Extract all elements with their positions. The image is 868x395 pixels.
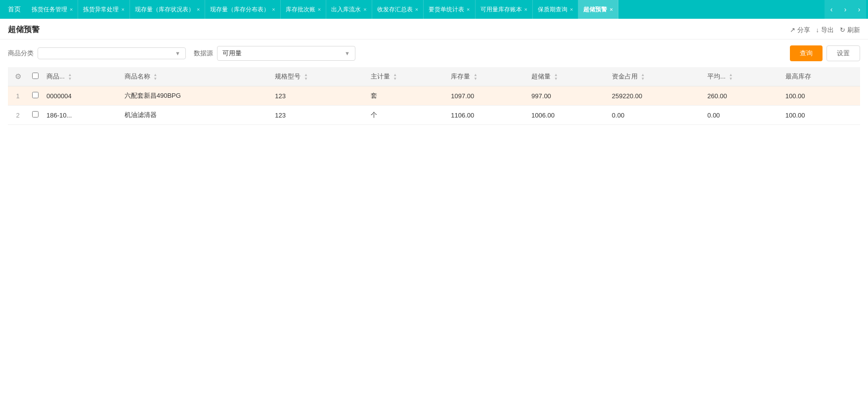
close-icon[interactable]: × bbox=[524, 6, 527, 12]
close-icon[interactable]: × bbox=[121, 6, 124, 12]
filter-datasource: 数据源 可用量 ▼ bbox=[194, 46, 355, 61]
chevron-down-icon: ▼ bbox=[175, 50, 180, 56]
table-row: 2 186-10... 机油滤清器 123 个 1106.00 1006.00 … bbox=[8, 106, 860, 125]
row-checkbox[interactable] bbox=[32, 92, 39, 98]
row-number: 1 bbox=[8, 86, 28, 106]
page-container: 超储预警 ↗ 分享 ↓ 导出 ↻ 刷新 商品分类 ▼ 数据源 bbox=[0, 19, 868, 395]
close-icon[interactable]: × bbox=[318, 6, 321, 12]
column-product-name: 商品名称 ▲▼ bbox=[121, 67, 271, 86]
capital: 259220.00 bbox=[608, 86, 703, 106]
header-actions: ↗ 分享 ↓ 导出 ↻ 刷新 bbox=[790, 26, 861, 35]
select-all-checkbox[interactable] bbox=[32, 73, 39, 79]
column-gear: ⚙ bbox=[8, 67, 28, 86]
column-overstock: 超储量 ▲▼ bbox=[527, 67, 608, 86]
filter-category: 商品分类 ▼ bbox=[8, 47, 186, 59]
close-icon[interactable]: × bbox=[70, 6, 73, 12]
unit: 套 bbox=[367, 86, 447, 106]
avg: 260.00 bbox=[703, 86, 781, 106]
nav-home[interactable]: 首页 bbox=[2, 0, 27, 19]
column-product-code: 商品... ▲▼ bbox=[43, 67, 121, 86]
product-name: 六配套新昌490BPG bbox=[121, 86, 271, 106]
filter-actions: 查询 设置 bbox=[790, 45, 860, 61]
export-button[interactable]: ↓ 导出 bbox=[816, 26, 834, 35]
close-icon[interactable]: × bbox=[363, 6, 366, 12]
product-name: 机油滤清器 bbox=[121, 106, 271, 125]
close-icon[interactable]: × bbox=[197, 6, 200, 12]
share-button[interactable]: ↗ 分享 bbox=[790, 26, 810, 35]
datasource-select[interactable]: 可用量 ▼ bbox=[217, 46, 355, 61]
nav-tab-keyongliang[interactable]: 可用量库存账本 × bbox=[476, 0, 533, 19]
export-icon: ↓ bbox=[816, 26, 820, 34]
share-icon: ↗ bbox=[790, 26, 795, 34]
sort-icons[interactable]: ▲▼ bbox=[641, 73, 645, 81]
column-capital: 资金占用 ▲▼ bbox=[608, 67, 703, 86]
nav-prev-button[interactable]: ‹ bbox=[825, 0, 838, 19]
nav-tab-jianghuo[interactable]: 拣货任务管理 × bbox=[27, 0, 78, 19]
close-icon[interactable]: × bbox=[467, 6, 470, 12]
gear-icon[interactable]: ⚙ bbox=[15, 72, 21, 80]
category-select[interactable]: ▼ bbox=[38, 47, 186, 59]
refresh-button[interactable]: ↻ 刷新 bbox=[840, 26, 860, 35]
sort-icons[interactable]: ▲▼ bbox=[393, 73, 397, 81]
sort-icons[interactable]: ▲▼ bbox=[729, 73, 733, 81]
column-max-stock: 最高库存 bbox=[781, 67, 860, 86]
nav-tab-baozhi[interactable]: 保质期查询 × bbox=[533, 0, 578, 19]
sort-icons[interactable]: ▲▼ bbox=[474, 73, 477, 81]
nav-tab-jianghuo-yichang[interactable]: 拣货异常处理 × bbox=[78, 0, 130, 19]
refresh-icon: ↻ bbox=[840, 26, 845, 34]
close-icon[interactable]: × bbox=[609, 6, 612, 12]
nav-more-button[interactable]: › bbox=[852, 0, 866, 19]
spec: 123 bbox=[271, 106, 366, 125]
datasource-label: 数据源 bbox=[194, 49, 213, 58]
nav-tab-yaohuo[interactable]: 要货单统计表 × bbox=[424, 0, 475, 19]
category-label: 商品分类 bbox=[8, 49, 34, 58]
top-navigation: 首页 拣货任务管理 × 拣货异常处理 × 现存量（库存状况表） × 现存量（库存… bbox=[0, 0, 868, 19]
close-icon[interactable]: × bbox=[415, 6, 418, 12]
stock: 1097.00 bbox=[447, 86, 527, 106]
nav-tab-xiancunliang2[interactable]: 现存量（库存分布表） × bbox=[205, 0, 280, 19]
nav-tab-churuku[interactable]: 出入库流水 × bbox=[326, 0, 372, 19]
column-unit: 主计量 ▲▼ bbox=[367, 67, 447, 86]
column-avg: 平均... ▲▼ bbox=[703, 67, 781, 86]
row-number: 2 bbox=[8, 106, 28, 125]
settings-button[interactable]: 设置 bbox=[826, 45, 860, 61]
table-header-row: ⚙ 商品... ▲▼ 商品名称 ▲▼ 规格型号 ▲▼ bbox=[8, 67, 860, 86]
column-stock: 库存量 ▲▼ bbox=[447, 67, 527, 86]
nav-tab-kucunpici[interactable]: 库存批次账 × bbox=[281, 0, 326, 19]
data-table: ⚙ 商品... ▲▼ 商品名称 ▲▼ 规格型号 ▲▼ bbox=[8, 67, 860, 125]
row-checkbox-cell bbox=[28, 86, 43, 106]
sort-icons[interactable]: ▲▼ bbox=[153, 73, 157, 81]
unit: 个 bbox=[367, 106, 447, 125]
nav-tab-xiancunliang1[interactable]: 现存量（库存状况表） × bbox=[130, 0, 205, 19]
product-code: 186-10... bbox=[43, 106, 121, 125]
close-icon[interactable]: × bbox=[570, 6, 573, 12]
avg: 0.00 bbox=[703, 106, 781, 125]
nav-tab-shoufacun[interactable]: 收发存汇总表 × bbox=[372, 0, 424, 19]
max-stock: 100.00 bbox=[781, 86, 860, 106]
column-checkbox bbox=[28, 67, 43, 86]
nav-arrows: ‹ › › bbox=[825, 0, 866, 19]
close-icon[interactable]: × bbox=[272, 6, 275, 12]
row-checkbox[interactable] bbox=[32, 111, 39, 118]
spec: 123 bbox=[271, 86, 366, 106]
nav-tab-chaochuyujing[interactable]: 超储预警 × bbox=[578, 0, 618, 19]
overstock: 997.00 bbox=[527, 86, 608, 106]
query-button[interactable]: 查询 bbox=[790, 45, 823, 61]
datasource-select-value: 可用量 bbox=[222, 49, 242, 58]
capital: 0.00 bbox=[608, 106, 703, 125]
stock: 1106.00 bbox=[447, 106, 527, 125]
row-checkbox-cell bbox=[28, 106, 43, 125]
column-spec: 规格型号 ▲▼ bbox=[271, 67, 366, 86]
table-row: 1 0000004 六配套新昌490BPG 123 套 1097.00 997.… bbox=[8, 86, 860, 106]
nav-next-button[interactable]: › bbox=[838, 0, 852, 19]
chevron-down-icon: ▼ bbox=[345, 50, 350, 56]
sort-icons[interactable]: ▲▼ bbox=[68, 73, 72, 81]
sort-icons[interactable]: ▲▼ bbox=[304, 73, 308, 81]
max-stock: 100.00 bbox=[781, 106, 860, 125]
product-code: 0000004 bbox=[43, 86, 121, 106]
overstock: 1006.00 bbox=[527, 106, 608, 125]
sort-icons[interactable]: ▲▼ bbox=[554, 73, 558, 81]
page-title: 超储预警 bbox=[8, 25, 40, 35]
filter-bar: 商品分类 ▼ 数据源 可用量 ▼ 查询 设置 bbox=[0, 40, 868, 67]
table-container: ⚙ 商品... ▲▼ 商品名称 ▲▼ 规格型号 ▲▼ bbox=[0, 67, 868, 125]
